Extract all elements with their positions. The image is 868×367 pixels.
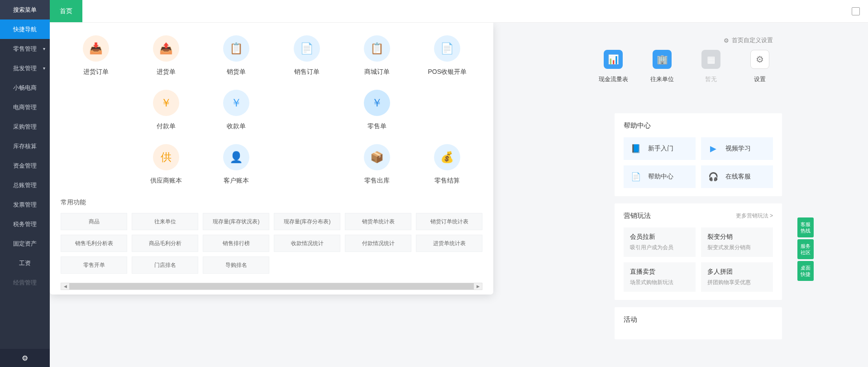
common-item[interactable]: 门店排名 — [132, 256, 198, 274]
sidebar-item-ecommerce[interactable]: 电商管理 — [0, 97, 50, 117]
float-community[interactable]: 服务社区 — [797, 239, 814, 259]
common-item[interactable]: 收款情况统计 — [274, 235, 340, 252]
flow-receipt[interactable]: ￥收款单 — [201, 90, 272, 130]
horizontal-scrollbar[interactable]: ◀ ▶ — [61, 283, 482, 290]
sidebar: 搜索菜单 快捷导航 零售管理▾ 批发管理▾ 小畅电商 电商管理 采购管理 库存核… — [0, 0, 50, 367]
tab-bar: 首页 — [50, 0, 868, 23]
marketing-live[interactable]: 直播卖货场景式购物新玩法 — [624, 262, 696, 292]
flow-purchase-order[interactable]: 📥进货订单 — [61, 35, 131, 76]
money-icon: ￥ — [223, 90, 249, 116]
common-functions-title: 常用功能 — [61, 198, 482, 207]
customer-icon: 👤 — [223, 144, 249, 170]
sidebar-item-xiaochang[interactable]: 小畅电商 — [0, 78, 50, 97]
fullscreen-icon[interactable] — [852, 7, 860, 15]
marketing-card: 营销玩法 更多营销玩法 > 会员拉新吸引用户成为会员 裂变分销裂变式发展分销商 … — [615, 203, 782, 300]
flow-customer-ledger[interactable]: 👤客户账本 — [201, 144, 272, 185]
common-item[interactable]: 销货订单统计表 — [416, 213, 482, 230]
sidebar-item-purchase[interactable]: 采购管理 — [0, 117, 50, 136]
guide-icon: 📘 — [630, 143, 642, 155]
shortcut-cashflow[interactable]: 📊 现金流量表 — [596, 50, 631, 83]
sidebar-item-wholesale[interactable]: 批发管理▾ — [0, 58, 50, 78]
flow-pos[interactable]: 📄POS收银开单 — [412, 35, 482, 76]
common-item[interactable]: 商品 — [61, 213, 127, 230]
sidebar-item-quicknav[interactable]: 快捷导航 — [0, 19, 50, 39]
float-desktop[interactable]: 桌面快捷 — [797, 261, 814, 281]
flow-mall-order[interactable]: 📋商城订单 — [342, 35, 412, 76]
help-support[interactable]: 🎧在线客服 — [701, 165, 773, 188]
content-area: ⚙ 首页自定义设置 📊 现金流量表 🏢 往来单位 ▦ 暂无 ⚙ — [50, 23, 868, 367]
marketing-member[interactable]: 会员拉新吸引用户成为会员 — [624, 227, 696, 257]
sidebar-item-salary[interactable]: 工资 — [0, 253, 50, 273]
scroll-thumb[interactable] — [69, 283, 474, 290]
common-item[interactable]: 销售毛利分析表 — [61, 235, 127, 252]
list-icon: 📋 — [364, 35, 390, 62]
marketing-fission[interactable]: 裂变分销裂变式发展分销商 — [701, 227, 773, 257]
main-area: 首页 ⚙ 首页自定义设置 📊 现金流量表 🏢 往来单位 — [50, 0, 868, 367]
outbound-icon: 📦 — [364, 144, 390, 170]
common-item[interactable]: 现存量(库存分布表) — [274, 213, 340, 230]
flow-sales-order[interactable]: 📄销售订单 — [272, 35, 342, 76]
gear-icon: ⚙ — [22, 354, 28, 362]
flow-retail-outbound[interactable]: 📦零售出库 — [342, 144, 412, 185]
supplier-icon: 供 — [153, 144, 179, 170]
sidebar-item-operation[interactable]: 经营管理 — [0, 273, 50, 292]
activity-title: 活动 — [624, 315, 637, 324]
doc-icon: 📄 — [294, 35, 320, 62]
tab-home[interactable]: 首页 — [50, 0, 82, 22]
activity-card: 活动 — [615, 307, 782, 339]
scroll-left-button[interactable]: ◀ — [61, 283, 69, 290]
flow-retail-bill[interactable]: ￥零售单 — [342, 90, 412, 130]
flow-supplier-ledger[interactable]: 供供应商账本 — [131, 144, 201, 185]
settle-icon: 💰 — [434, 144, 460, 170]
marketing-more-link[interactable]: 更多营销玩法 > — [736, 212, 773, 220]
flow-sales-bill[interactable]: 📋销货单 — [201, 35, 272, 76]
shortcut-contacts[interactable]: 🏢 往来单位 — [644, 50, 680, 83]
video-icon: ▶ — [707, 143, 719, 155]
help-center-title: 帮助中心 — [624, 121, 651, 130]
headset-icon: 🎧 — [707, 171, 719, 183]
sidebar-item-invoice[interactable]: 发票管理 — [0, 195, 50, 214]
scroll-right-button[interactable]: ▶ — [474, 283, 482, 290]
common-item[interactable]: 商品毛利分析 — [132, 235, 198, 252]
doc-icon: 📄 — [630, 171, 642, 183]
doc-in-icon: 📥 — [83, 35, 109, 62]
flow-purchase-bill[interactable]: 📤进货单 — [131, 35, 201, 76]
gear-icon: ⚙ — [750, 50, 769, 69]
shortcut-settings[interactable]: ⚙ 设置 — [742, 50, 777, 83]
help-center-card: 帮助中心 📘新手入门 ▶视频学习 📄帮助中心 🎧在线客服 — [615, 113, 782, 196]
flow-payment[interactable]: ￥付款单 — [131, 90, 201, 130]
common-item[interactable]: 付款情况统计 — [345, 235, 411, 252]
money-icon: ￥ — [153, 90, 179, 116]
help-center[interactable]: 📄帮助中心 — [624, 165, 696, 188]
doc-out-icon: 📤 — [153, 35, 179, 62]
help-video[interactable]: ▶视频学习 — [701, 137, 773, 160]
quicknav-panel: 📥进货订单 📤进货单 📋销货单 📄销售订单 📋商城订单 📄POS收银开单 ￥付款… — [50, 23, 493, 295]
common-item[interactable]: 进货单统计表 — [416, 235, 482, 252]
common-item[interactable]: 销售排行榜 — [203, 235, 269, 252]
sidebar-item-search[interactable]: 搜索菜单 — [0, 0, 50, 19]
flow-retail-settle[interactable]: 💰零售结算 — [412, 144, 482, 185]
report-icon: 📊 — [604, 50, 623, 69]
sidebar-item-ledger[interactable]: 总账管理 — [0, 175, 50, 195]
common-item[interactable]: 往来单位 — [132, 213, 198, 230]
list-icon: 📋 — [223, 35, 249, 62]
float-hotline[interactable]: 客服热线 — [797, 217, 814, 237]
common-item[interactable]: 现存量(库存状况表) — [203, 213, 269, 230]
common-item[interactable]: 导购排名 — [203, 256, 269, 274]
marketing-title: 营销玩法 — [624, 212, 651, 220]
sidebar-item-assets[interactable]: 固定资产 — [0, 234, 50, 253]
sidebar-item-tax[interactable]: 税务管理 — [0, 214, 50, 234]
sidebar-item-retail[interactable]: 零售管理▾ — [0, 39, 50, 58]
gear-icon: ⚙ — [724, 37, 729, 44]
common-item[interactable]: 零售开单 — [61, 256, 127, 274]
sidebar-item-inventory[interactable]: 库存核算 — [0, 136, 50, 156]
help-beginner[interactable]: 📘新手入门 — [624, 137, 696, 160]
common-item[interactable]: 销货单统计表 — [345, 213, 411, 230]
sidebar-item-funds[interactable]: 资金管理 — [0, 156, 50, 175]
money-icon: ￥ — [364, 90, 390, 116]
sidebar-settings-button[interactable]: ⚙ — [0, 349, 50, 367]
marketing-group[interactable]: 多人拼团拼团购物享受优惠 — [701, 262, 773, 292]
home-customize-button[interactable]: ⚙ 首页自定义设置 — [724, 36, 773, 44]
building-icon: 🏢 — [653, 50, 672, 69]
chevron-down-icon: ▾ — [43, 66, 45, 71]
